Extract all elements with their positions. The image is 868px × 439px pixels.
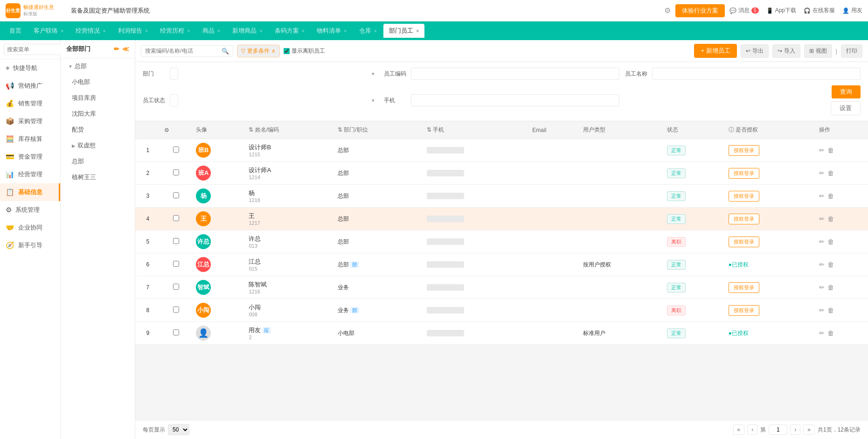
tab-close-icon[interactable]: × (344, 28, 347, 34)
dept-node[interactable]: 总部 (61, 153, 135, 169)
tab-close-icon[interactable]: × (145, 28, 148, 34)
import-button[interactable]: ↪ 导入 (772, 44, 800, 58)
delete-icon[interactable]: 🗑 (827, 169, 834, 177)
auth-button[interactable]: 授权登录 (729, 282, 759, 293)
tab-close-icon[interactable]: × (259, 28, 262, 34)
row-checkbox[interactable] (173, 261, 179, 267)
dept-node[interactable]: ▼总部 (61, 58, 135, 74)
tab-close-icon[interactable]: × (416, 28, 419, 34)
delete-icon[interactable]: 🗑 (827, 261, 834, 268)
nav-tab-利润报告[interactable]: 利润报告× (112, 24, 153, 38)
first-page-button[interactable]: « (733, 425, 745, 435)
row-checkbox[interactable] (173, 169, 179, 175)
auth-button[interactable]: 授权登录 (729, 237, 759, 247)
nav-tab-部门员工[interactable]: 部门员工× (383, 24, 424, 38)
online-service-button[interactable]: 🎧 在线客服 (804, 7, 835, 14)
tab-close-icon[interactable]: × (217, 28, 220, 34)
empname-input[interactable] (652, 68, 861, 80)
sidebar-item-system[interactable]: ⚙系统管理 (0, 201, 60, 219)
edit-icon[interactable]: ✏ (819, 329, 825, 337)
message-button[interactable]: 💬 消息 5 (729, 7, 759, 14)
row-checkbox[interactable] (173, 146, 179, 153)
user-menu[interactable]: 👤 用友 (842, 7, 862, 14)
row-checkbox[interactable] (173, 215, 179, 221)
nav-tab-新增商品[interactable]: 新增商品× (227, 24, 268, 38)
sidebar-item-inventory[interactable]: 🧮库存核算 (0, 130, 60, 148)
next-page-button[interactable]: › (790, 425, 800, 435)
trial-button[interactable]: 体验行业方案 (675, 4, 725, 17)
sidebar-item-guide[interactable]: 🧭新手引导 (0, 237, 60, 254)
dept-node[interactable]: 沈阳大库 (61, 106, 135, 122)
dept-collapse-icon[interactable]: ≪ (122, 45, 129, 53)
dept-node[interactable]: 配货 (61, 122, 135, 138)
auth-button[interactable]: 授权登录 (729, 214, 759, 224)
dept-select[interactable] (170, 68, 178, 80)
delete-icon[interactable]: 🗑 (827, 192, 834, 200)
nav-tab-首页[interactable]: 首页 (4, 24, 27, 38)
edit-icon[interactable]: ✏ (819, 307, 825, 314)
edit-icon[interactable]: ✏ (819, 215, 825, 223)
delete-icon[interactable]: 🗑 (827, 215, 834, 223)
reset-button[interactable]: 设置 (831, 101, 861, 115)
auth-button[interactable]: 授权登录 (729, 305, 759, 316)
prev-page-button[interactable]: ‹ (747, 425, 757, 435)
tab-close-icon[interactable]: × (187, 28, 190, 34)
add-employee-button[interactable]: + 新增员工 (694, 44, 736, 58)
sidebar-item-collab[interactable]: 🤝企业协同 (0, 219, 60, 237)
row-checkbox[interactable] (173, 238, 179, 244)
nav-tab-商品[interactable]: 商品× (197, 24, 226, 38)
search-input[interactable] (145, 48, 220, 54)
sidebar-item-quick-nav[interactable]: ⌖快捷导航 (0, 59, 60, 77)
edit-icon[interactable]: ✏ (819, 169, 825, 177)
delete-icon[interactable]: 🗑 (827, 284, 834, 291)
phone-input[interactable] (411, 94, 619, 106)
empcode-input[interactable] (411, 68, 619, 80)
edit-icon[interactable]: ✏ (819, 238, 825, 245)
sidebar-item-purchase[interactable]: 📦采购管理 (0, 112, 60, 130)
tab-close-icon[interactable]: × (302, 28, 305, 34)
filter-button[interactable]: ▽ 更多条件 ∧ (237, 45, 280, 57)
delete-icon[interactable]: 🗑 (827, 307, 834, 314)
per-page-select[interactable]: 50 (168, 424, 189, 435)
app-download-button[interactable]: 📱 App下载 (766, 7, 796, 14)
nav-tab-经营历程[interactable]: 经营历程× (154, 24, 195, 38)
edit-icon[interactable]: ✏ (819, 284, 825, 291)
nav-tab-物料清单[interactable]: 物料清单× (311, 24, 352, 38)
auth-button[interactable]: 授权登录 (729, 191, 759, 202)
tab-close-icon[interactable]: × (374, 28, 377, 34)
show-resigned-checkbox[interactable] (284, 48, 290, 54)
nav-tab-经营情况[interactable]: 经营情况× (70, 24, 111, 38)
row-checkbox[interactable] (173, 284, 179, 290)
sidebar-item-sales[interactable]: 💰销售管理 (0, 95, 60, 112)
query-button[interactable]: 查询 (832, 85, 861, 98)
row-checkbox[interactable] (173, 329, 179, 335)
delete-icon[interactable]: 🗑 (827, 329, 834, 337)
tab-close-icon[interactable]: × (103, 28, 105, 34)
last-page-button[interactable]: » (803, 425, 815, 435)
row-checkbox[interactable] (173, 192, 179, 198)
dept-node[interactable]: ▶双虚想 (61, 138, 135, 153)
page-input[interactable] (769, 425, 787, 435)
dept-node[interactable]: 项目库房 (61, 90, 135, 106)
view-button[interactable]: ⊞ 视图 (804, 44, 832, 58)
export-button[interactable]: ↩ 导出 (741, 44, 769, 58)
sidebar-item-marketing[interactable]: 📢营销推广 (0, 77, 60, 95)
row-checkbox[interactable] (173, 307, 179, 313)
nav-tab-条码方案[interactable]: 条码方案× (269, 24, 310, 38)
status-select[interactable] (170, 94, 178, 106)
dept-node[interactable]: 植树王三 (61, 169, 135, 185)
sidebar-item-basic[interactable]: 📋基础信息 (0, 183, 60, 201)
auth-button[interactable]: 授权登录 (729, 145, 759, 156)
delete-icon[interactable]: 🗑 (827, 146, 834, 154)
delete-icon[interactable]: 🗑 (827, 238, 834, 245)
nav-tab-仓库[interactable]: 仓库× (354, 24, 382, 38)
edit-icon[interactable]: ✏ (819, 261, 825, 268)
print-button[interactable]: 打印 (841, 44, 862, 58)
nav-tab-客户联络[interactable]: 客户联络× (28, 24, 69, 38)
dept-edit-icon[interactable]: ✏ (114, 45, 119, 53)
edit-icon[interactable]: ✏ (819, 146, 825, 154)
sidebar-item-operation[interactable]: 📊经营管理 (0, 166, 60, 183)
auth-button[interactable]: 授权登录 (729, 168, 759, 179)
sidebar-item-finance[interactable]: 💳资金管理 (0, 148, 60, 166)
tab-close-icon[interactable]: × (61, 28, 63, 34)
